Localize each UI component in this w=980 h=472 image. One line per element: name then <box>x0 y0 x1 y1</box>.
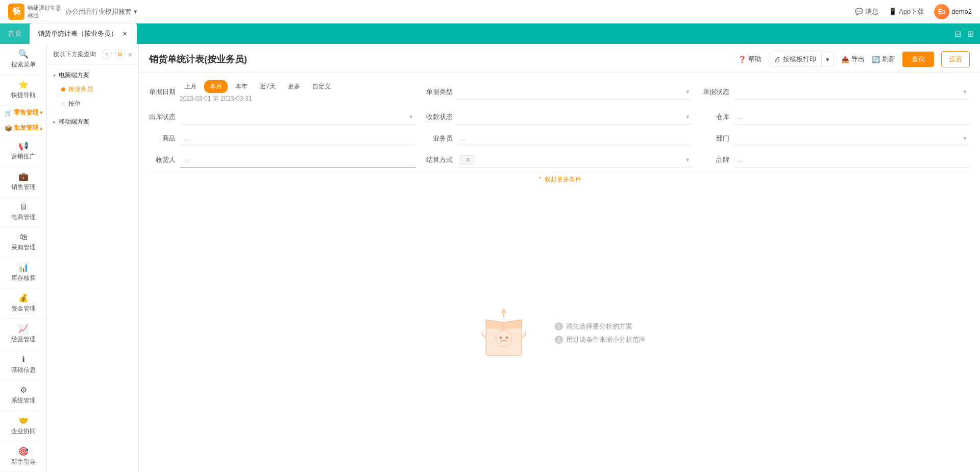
settings-button[interactable]: 设置 <box>941 51 970 67</box>
scheme-item-by-staff[interactable]: 按业务员 <box>47 82 138 97</box>
sidebar-quicknav[interactable]: ⭐ 快捷导航 <box>0 75 46 105</box>
tab-home[interactable]: 首页 <box>0 23 30 44</box>
sidebar-item-finance[interactable]: 💰 资金管理 <box>0 288 46 319</box>
filter-goods-field: 商品 … <box>149 131 416 146</box>
tab-close-icon[interactable]: ✕ <box>120 30 129 38</box>
doctype-input[interactable]: ▾ <box>457 84 693 100</box>
business-icon: 📈 <box>18 324 29 334</box>
print-button[interactable]: 🖨 按模板打印 <box>769 52 821 66</box>
export-button[interactable]: 📤 导出 <box>841 55 865 64</box>
filter-date-field: 单据日期 上月 本月 本年 近7天 更多 自定义 2023-03-01 至 20… <box>149 80 416 103</box>
scheme-group-pc-header[interactable]: ▾ 电脑端方案 <box>47 69 138 82</box>
print-dropdown-button[interactable]: ▾ <box>822 52 834 66</box>
query-button[interactable]: 查询 <box>902 52 934 67</box>
settlement-tag-close[interactable]: ✕ <box>465 156 471 163</box>
breadcrumb-arrow-icon: ▾ <box>134 8 137 15</box>
sidebar-item-purchase[interactable]: 🛍 采购管理 <box>0 227 46 257</box>
goods-input[interactable]: … <box>180 131 416 146</box>
date-btn-7days[interactable]: 近7天 <box>255 80 280 93</box>
filter-settlement-field: 结算方式 ✕ ▾ <box>426 152 693 168</box>
scheme-group-arrow-icon: ▾ <box>53 73 56 78</box>
sidebar-item-inventory[interactable]: 📊 库存核算 <box>0 257 46 288</box>
consignee-input[interactable]: … <box>180 152 416 168</box>
date-btn-last-month[interactable]: 上月 <box>180 80 201 93</box>
tab-sales-stat[interactable]: 销货单统计表（按业务员） ✕ <box>30 23 137 44</box>
staff-input[interactable]: … <box>457 131 693 146</box>
date-btn-this-year[interactable]: 本年 <box>231 80 252 93</box>
breadcrumb[interactable]: 办公用品行业模拟账套 ▾ <box>65 7 137 16</box>
paystatus-input[interactable]: ▾ <box>457 109 693 125</box>
scheme-group-mobile[interactable]: ▸ 移动端方案 <box>47 115 138 128</box>
outstatus-input[interactable]: ▾ <box>180 109 416 125</box>
nav-icon: ⭐ <box>18 80 29 89</box>
tab-maximize-icon[interactable]: ⊞ <box>967 29 974 39</box>
scheme-item-by-order[interactable]: ≡ 按单 <box>47 97 138 111</box>
newbie-icon: 🎯 <box>18 446 29 456</box>
scheme-header: 按以下方案查询 + ⚙ « <box>47 44 138 65</box>
dept-input[interactable]: ▾ <box>733 131 970 146</box>
app-download-button[interactable]: 📱 App下载 <box>889 7 924 16</box>
date-btn-custom[interactable]: 自定义 <box>308 80 335 93</box>
date-btn-more[interactable]: 更多 <box>283 80 305 93</box>
empty-illustration <box>473 302 534 365</box>
dept-dropdown-icon: ▾ <box>963 134 967 142</box>
docstatus-input[interactable]: ▾ <box>733 84 970 100</box>
retail-icon: 🛒 <box>5 109 12 116</box>
search-icon: 🔍 <box>18 49 29 59</box>
sidebar-item-wholesale[interactable]: 📦 批发管理 ▴ <box>0 121 46 136</box>
sidebar: 🔍 搜索菜单 ⭐ 快捷导航 🛒 零售管理 ▾ 📦 批发管理 ▴ 📢 营销推广 💼… <box>0 44 47 472</box>
sidebar-item-business[interactable]: 📈 经营管理 <box>0 319 46 349</box>
wholesale-icon: 📦 <box>5 125 12 132</box>
sidebar-item-newbie[interactable]: 🎯 新手引导 <box>0 441 46 472</box>
doctype-label: 单据类型 <box>426 87 453 97</box>
inventory-icon: 📊 <box>18 263 29 272</box>
scheme-group-pc: ▾ 电脑端方案 按业务员 ≡ 按单 <box>47 65 138 115</box>
empty-tips: 1 请先选择要分析的方案 2 用过滤条件来缩小分析范围 <box>555 322 646 344</box>
outstatus-dropdown-icon: ▾ <box>409 113 413 121</box>
wholesale-arrow-icon: ▴ <box>40 125 42 131</box>
marketing-icon: 📢 <box>18 141 29 151</box>
warehouse-input[interactable]: … <box>733 109 970 125</box>
sidebar-item-retail[interactable]: 🛒 零售管理 ▾ <box>0 105 46 121</box>
sidebar-item-collab[interactable]: 🤝 企业协同 <box>0 411 46 441</box>
collapse-more-button[interactable]: ⌃ 收起更多条件 <box>149 172 970 187</box>
date-label: 单据日期 <box>149 87 176 97</box>
scheme-add-button[interactable]: + <box>102 49 112 59</box>
filter-doctype-field: 单据类型 ▾ <box>426 80 693 103</box>
docstatus-dropdown-icon: ▾ <box>963 88 967 96</box>
filter-consignee-field: 收货人 … <box>149 152 416 168</box>
filter-staff-field: 业务员 … <box>426 131 693 146</box>
help-icon: ❓ <box>738 56 746 63</box>
settlement-label: 结算方式 <box>426 155 453 164</box>
sidebar-item-sales[interactable]: 💼 销售管理 <box>0 167 46 197</box>
print-icon: 🖨 <box>774 56 781 63</box>
settlement-input[interactable]: ✕ ▾ <box>457 152 693 168</box>
paystatus-label: 收款状态 <box>426 112 453 122</box>
logo-area: 畅 畅捷通好生意 标版 <box>8 4 61 20</box>
tab-bar: 首页 销货单统计表（按业务员） ✕ ⊟ ⊞ <box>0 23 980 44</box>
svg-point-2 <box>500 336 502 339</box>
message-icon: 💬 <box>855 8 863 15</box>
message-button[interactable]: 💬 消息 <box>855 7 878 16</box>
sidebar-search[interactable]: 🔍 搜索菜单 <box>0 44 46 75</box>
date-controls: 上月 本月 本年 近7天 更多 自定义 2023-03-01 至 2023-03… <box>180 80 416 103</box>
sidebar-item-marketing[interactable]: 📢 营销推广 <box>0 136 46 167</box>
help-button[interactable]: ❓ 帮助 <box>738 55 762 64</box>
sidebar-item-ecom[interactable]: 🖥 电商管理 <box>0 197 46 227</box>
avatar: Ea <box>934 4 949 19</box>
svg-point-1 <box>496 331 512 347</box>
brand-input[interactable]: … <box>733 152 970 168</box>
collapse-icon: ⌃ <box>537 176 543 183</box>
refresh-button[interactable]: 🔄 刷新 <box>872 55 895 64</box>
sales-icon: 💼 <box>18 172 29 181</box>
scheme-edit-button[interactable]: ⚙ <box>115 49 125 59</box>
user-menu[interactable]: Ea demo2 <box>934 4 972 19</box>
date-btn-this-month[interactable]: 本月 <box>204 80 228 93</box>
retail-arrow-icon: ▾ <box>40 110 42 115</box>
sidebar-item-system[interactable]: ⚙ 系统管理 <box>0 380 46 411</box>
sidebar-item-basic[interactable]: ℹ 基础信息 <box>0 349 46 380</box>
scheme-collapse-button[interactable]: « <box>128 50 132 58</box>
tab-minimize-icon[interactable]: ⊟ <box>954 29 961 39</box>
filter-row-4: 收货人 … 结算方式 ✕ ▾ <box>149 152 970 168</box>
filter-row-3: 商品 … 业务员 … 部门 <box>149 131 970 146</box>
